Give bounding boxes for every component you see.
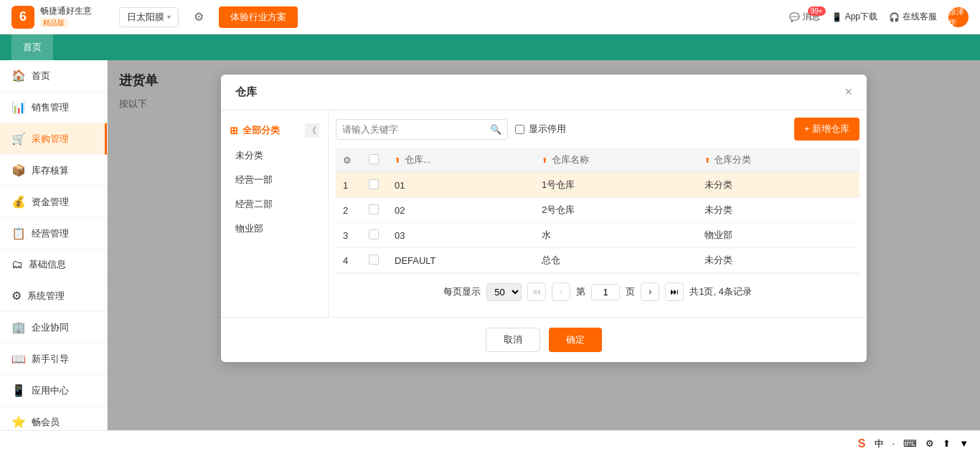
search-icon[interactable]: 🔍 — [490, 124, 501, 135]
pagination: 每页显示 50 ⏮ ‹ 第 页 › ⏭ 共1页, 4条记录 — [336, 273, 859, 310]
table-row[interactable]: 2 02 2号仓库 未分类 — [336, 198, 859, 223]
table-body: 1 01 1号仓库 未分类 2 — [336, 173, 859, 273]
modal-close-button[interactable]: × — [844, 85, 852, 100]
bottom-bar: S 中 · ⌨ ⚙ ⬆ ▼ — [0, 430, 980, 456]
main-layout: 🏠 首页 📊 销售管理 🛒 采购管理 📦 库存核算 💰 资金管理 📋 经营管理 … — [0, 60, 980, 456]
table-row[interactable]: 4 DEFAULT 总仓 未分类 — [336, 248, 859, 273]
page-label: 页 — [626, 285, 635, 298]
keyboard-icon[interactable]: ⌨ — [903, 438, 917, 449]
warehouse-table: ⚙ ⬆ 仓库... — [336, 148, 859, 273]
th-gear: ⚙ — [336, 148, 362, 173]
search-input[interactable] — [342, 120, 486, 139]
row1-name: 1号仓库 — [534, 173, 697, 198]
apps-icon: 📱 — [11, 384, 26, 397]
sidebar-item-inventory[interactable]: 📦 库存核算 — [0, 155, 107, 186]
header-right: 💬 消息 99+ 📱 App下载 🎧 在线客服 徐泽华 — [789, 7, 969, 27]
row4-name: 总仓 — [534, 248, 697, 273]
th-code: ⬆ 仓库... — [387, 148, 534, 173]
down-icon[interactable]: ▼ — [959, 438, 969, 449]
user-item[interactable]: 徐泽华 — [948, 7, 969, 27]
logo-area: 6 畅捷通好生意 精品版 — [11, 6, 119, 29]
app-download-label: App下载 — [845, 11, 877, 23]
up-icon[interactable]: ⬆ — [943, 438, 951, 449]
avatar: 徐泽华 — [948, 7, 969, 27]
lang-icon[interactable]: 中 — [875, 437, 884, 450]
first-page-btn[interactable]: ⏮ — [527, 282, 546, 301]
row4-category: 未分类 — [697, 248, 859, 273]
category-item-dept1[interactable]: 经营一部 — [221, 168, 328, 192]
row3-num: 3 — [336, 223, 362, 248]
row4-check — [362, 248, 387, 273]
select-all-checkbox[interactable] — [369, 154, 379, 164]
page-word: 第 — [576, 285, 585, 298]
branch-name: 日太阳膜 — [127, 11, 164, 24]
sidebar-item-basic-info[interactable]: 🗂 基础信息 — [0, 250, 107, 280]
add-warehouse-button[interactable]: + 新增仓库 — [794, 118, 859, 141]
online-service-item[interactable]: 🎧 在线客服 — [889, 11, 937, 23]
pagination-summary: 共1页, 4条记录 — [689, 285, 752, 298]
branch-selector[interactable]: 日太阳膜 ▾ — [119, 7, 179, 27]
sidebar-item-purchase[interactable]: 🛒 采购管理 — [0, 123, 107, 155]
cancel-button[interactable]: 取消 — [486, 328, 540, 352]
sort-icon-category: ⬆ — [705, 156, 710, 164]
sidebar-item-apps[interactable]: 📱 应用中心 — [0, 375, 107, 407]
table-panel: 🔍 显示停用 + 新增仓库 — [329, 110, 867, 317]
gear-button[interactable]: ⚙ — [187, 6, 210, 29]
row4-code: DEFAULT — [387, 248, 534, 273]
category-item-uncategorized[interactable]: 未分类 — [221, 143, 328, 168]
trial-button[interactable]: 体验行业方案 — [219, 6, 298, 28]
sidebar-item-operations[interactable]: 📋 经营管理 — [0, 218, 107, 250]
guide-icon: 📖 — [11, 352, 26, 366]
sidebar-item-finance[interactable]: 💰 资金管理 — [0, 186, 107, 218]
sidebar-item-sales[interactable]: 📊 销售管理 — [0, 92, 107, 123]
confirm-button[interactable]: 确定 — [549, 328, 602, 352]
sidebar-item-guide[interactable]: 📖 新手引导 — [0, 343, 107, 375]
modal-title: 仓库 — [235, 85, 257, 99]
page-input[interactable] — [591, 284, 620, 300]
headphone-icon: 🎧 — [889, 12, 900, 22]
sidebar-item-enterprise[interactable]: 🏢 企业协同 — [0, 312, 107, 343]
row2-checkbox[interactable] — [369, 204, 379, 214]
category-item-property[interactable]: 物业部 — [221, 217, 328, 241]
sidebar-item-system[interactable]: ⚙ 系统管理 — [0, 280, 107, 312]
notification-badge: 99+ — [808, 6, 826, 16]
collapse-button[interactable]: 《 — [305, 123, 319, 138]
next-page-btn[interactable]: › — [641, 282, 659, 301]
gear-icon: ⚙ — [194, 10, 204, 24]
message-item[interactable]: 💬 消息 99+ — [789, 11, 820, 23]
modal-header: 仓库 × — [221, 75, 867, 110]
settings-icon-bottom[interactable]: ⚙ — [925, 438, 934, 449]
app-download-item[interactable]: 📱 App下载 — [831, 11, 877, 23]
category-item-dept2[interactable]: 经营二部 — [221, 192, 328, 217]
sort-icon-code: ⬆ — [395, 156, 400, 164]
row1-checkbox[interactable] — [369, 179, 379, 189]
prev-page-btn[interactable]: ‹ — [552, 282, 570, 301]
sidebar-item-home[interactable]: 🏠 首页 — [0, 60, 107, 92]
per-page-select[interactable]: 50 — [486, 283, 522, 301]
row3-checkbox[interactable] — [369, 229, 379, 239]
tab-home[interactable]: 首页 — [11, 34, 53, 60]
online-service-label: 在线客服 — [903, 11, 937, 23]
header-middle: 日太阳膜 ▾ ⚙ 体验行业方案 — [119, 6, 789, 29]
row3-name: 水 — [534, 223, 697, 248]
branch-arrow: ▾ — [167, 13, 171, 21]
sort-icon-name: ⬆ — [542, 156, 547, 164]
all-category-header[interactable]: ⊞ 全部分类 《 — [221, 118, 328, 143]
table-row[interactable]: 1 01 1号仓库 未分类 — [336, 173, 859, 198]
modal-overlay: 仓库 × ⊞ 全部分类 《 未分类 — [108, 60, 980, 456]
mobile-icon: 📱 — [831, 12, 842, 22]
show-disabled-checkbox[interactable] — [515, 125, 524, 134]
category-panel: ⊞ 全部分类 《 未分类 经营一部 经营二部 — [221, 110, 329, 317]
logo-icon: 6 — [11, 6, 34, 29]
row4-checkbox[interactable] — [369, 255, 379, 265]
finance-icon: 💰 — [11, 195, 26, 209]
row2-name: 2号仓库 — [534, 198, 697, 223]
purchase-icon: 🛒 — [11, 132, 26, 146]
row3-code: 03 — [387, 223, 534, 248]
th-check — [362, 148, 387, 173]
table-row[interactable]: 3 03 水 物业部 — [336, 223, 859, 248]
last-page-btn[interactable]: ⏭ — [665, 282, 684, 301]
warehouse-modal: 仓库 × ⊞ 全部分类 《 未分类 — [221, 75, 867, 362]
all-category-label: 全部分类 — [242, 124, 280, 137]
sidebar: 🏠 首页 📊 销售管理 🛒 采购管理 📦 库存核算 💰 资金管理 📋 经营管理 … — [0, 60, 108, 456]
